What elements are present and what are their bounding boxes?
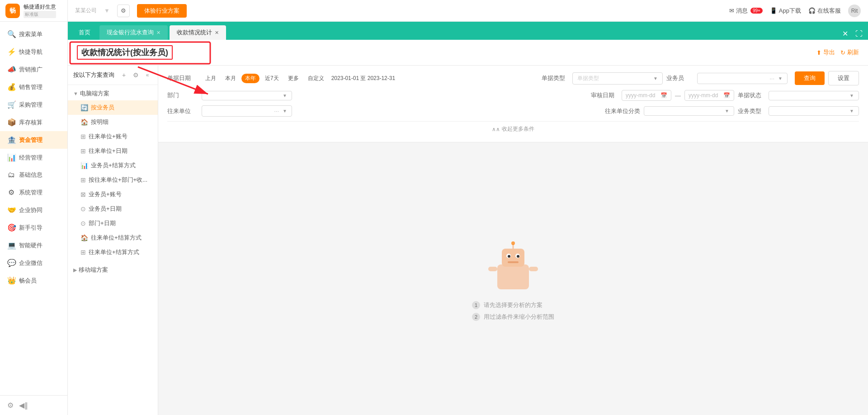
scheme-salesperson-settle[interactable]: 📊 业务员+结算方式 (68, 158, 158, 173)
unit-settle1-icon: 🏠 (80, 234, 88, 241)
scheme-unit-dept-collect[interactable]: ⊞ 按往来单位+部门+收... (68, 173, 158, 187)
salesperson-scheme-icon: 🔄 (80, 104, 88, 111)
sidebar-settings-btn[interactable]: ⚙ (7, 401, 14, 410)
service-icon: 🎧 (808, 7, 816, 14)
header-settings-btn[interactable]: ⚙ (117, 5, 130, 17)
top-header: 某某公司 ▼ ⚙ 体验行业方案 ✉ 消息 99+ 📱 App下载 🎧 在线客服 … (68, 0, 868, 22)
date-tab-last-month[interactable]: 上月 (202, 74, 220, 83)
doc-type-select[interactable]: 单据类型 ▼ (572, 72, 663, 85)
tab-close-bank-flow[interactable]: ✕ (156, 30, 160, 36)
sidebar-item-enterprise[interactable]: 🤝 企业协同 (0, 201, 67, 219)
sidebar-item-inventory[interactable]: 📦 库存核算 (0, 113, 67, 131)
svg-rect-9 (488, 267, 497, 271)
mobile-group-header[interactable]: ▶ 移动端方案 (68, 263, 158, 277)
date-tab-custom[interactable]: 自定义 (304, 74, 328, 83)
sidebar-item-smarthw[interactable]: 💻 智能硬件 (0, 236, 67, 254)
collapse-bar[interactable]: ∧∧ 收起更多条件 (167, 121, 859, 137)
scheme-by-detail[interactable]: 🏠 按明细 (68, 115, 158, 129)
export-btn[interactable]: ⬆ 导出 (816, 48, 835, 57)
svg-rect-6 (508, 261, 519, 263)
scheme-unit-settle1[interactable]: 🏠 往来单位+结算方式 (68, 231, 158, 245)
date-tab-more[interactable]: 更多 (284, 74, 302, 83)
calendar-icon-end: 📅 (723, 92, 730, 99)
app-download-icon: 📱 (770, 7, 777, 14)
calendar-icon-start: 📅 (660, 92, 667, 99)
scheme-unit-account[interactable]: ⊞ 往来单位+账号 (68, 129, 158, 144)
wechat-icon: 💬 (7, 259, 15, 267)
sidebar-footer: ⚙ ◀‖ (0, 395, 67, 415)
scheme-salesperson-account[interactable]: ⊠ 业务员+账号 (68, 187, 158, 202)
sidebar-item-vip[interactable]: 👑 畅会员 (0, 272, 67, 289)
refresh-icon: ↻ (840, 49, 845, 56)
scheme-unit-settle2[interactable]: ⊞ 往来单位+结算方式 (68, 245, 158, 259)
scheme-unit-date[interactable]: ⊞ 往来单位+日期 (68, 144, 158, 158)
sidebar-item-guide[interactable]: 🎯 新手引导 (0, 219, 67, 236)
unit-more-btn[interactable]: ··· (274, 108, 279, 114)
trial-btn[interactable]: 体验行业方案 (137, 4, 187, 18)
biz-type-select[interactable]: ▼ (769, 106, 859, 116)
sidebar-item-quicknav[interactable]: ⚡ 快捷导航 (0, 43, 67, 61)
sidebar-collapse-btn[interactable]: ◀‖ (19, 401, 28, 410)
empty-tips: 1 请先选择要分析的方案 2 用过滤条件来缩小分析范围 (472, 301, 554, 321)
sidebar-item-sales[interactable]: 💰 销售管理 (0, 78, 67, 96)
unit-select[interactable]: ··· ▼ (202, 105, 292, 117)
doc-status-select[interactable]: ▼ (769, 91, 859, 100)
sidebar-item-system[interactable]: ⚙ 系统管理 (0, 184, 67, 201)
sidebar-item-wechat[interactable]: 💬 企业微信 (0, 254, 67, 272)
filter-settings-btn[interactable]: 设置 (828, 71, 859, 85)
user-avatar[interactable]: Rit (848, 5, 861, 17)
salesperson-select[interactable]: ··· ▼ (697, 73, 788, 84)
refresh-btn[interactable]: ↻ 刷新 (840, 48, 859, 57)
unit-category-label: 往来单位分类 (605, 107, 640, 115)
sidebar-item-operations[interactable]: 📊 经营管理 (0, 149, 67, 166)
biz-type-label: 业务类型 (738, 107, 765, 115)
inventory-icon: 📦 (7, 118, 15, 127)
tab-maximize-btn[interactable]: ⛶ (854, 28, 864, 40)
salesperson-more-btn[interactable]: ··· (769, 75, 774, 82)
sidebar-item-search[interactable]: 🔍 搜索菜单 (0, 25, 67, 43)
dept-select[interactable]: ▼ (202, 91, 292, 100)
marketing-icon: 📣 (7, 65, 15, 74)
scheme-dept-date[interactable]: ⊙ 部门+日期 (68, 216, 158, 231)
vip-icon: 👑 (7, 276, 15, 285)
sidebar-item-finance[interactable]: 🏦 资金管理 (0, 131, 67, 149)
date-tab-this-year[interactable]: 本年 (241, 74, 259, 83)
page-header: 收款情况统计(按业务员) ⬆ 导出 ↻ 刷新 (68, 40, 868, 66)
scheme-salesperson-date[interactable]: ⊙ 业务员+日期 (68, 202, 158, 216)
biz-type-arrow: ▼ (849, 108, 854, 113)
review-date-start[interactable]: yyyy-mm-dd 📅 (622, 90, 671, 101)
svg-point-5 (517, 255, 519, 258)
tab-close-collection[interactable]: ✕ (215, 30, 219, 36)
tab-collection-stats[interactable]: 收款情况统计 ✕ (170, 25, 226, 40)
purchase-icon: 🛒 (7, 100, 15, 109)
sidebar-item-basic[interactable]: 🗂 基础信息 (0, 166, 67, 184)
date-separator: — (675, 92, 681, 99)
collapse-panel-btn[interactable]: « (142, 70, 152, 80)
date-tab-7days[interactable]: 近7天 (261, 74, 283, 83)
tab-close-all-btn[interactable]: ✕ (840, 28, 850, 40)
scheme-settings-btn[interactable]: ⚙ (131, 70, 141, 80)
unit-category-select[interactable]: ▼ (644, 106, 734, 116)
dept-date-icon: ⊙ (80, 220, 86, 227)
svg-rect-0 (497, 264, 529, 289)
enterprise-icon: 🤝 (7, 206, 15, 214)
doc-status-arrow: ▼ (849, 93, 854, 98)
unit-arrow: ▼ (283, 108, 287, 113)
tab-home[interactable]: 首页 (71, 25, 98, 40)
scheme-by-salesperson[interactable]: 🔄 按业务员 (68, 100, 158, 115)
tab-bank-flow[interactable]: 现金银行流水查询 ✕ (99, 25, 168, 40)
online-service-btn[interactable]: 🎧 在线客服 (808, 7, 841, 15)
desktop-group-header[interactable]: ▼ 电脑端方案 (68, 87, 158, 100)
empty-illustration (486, 240, 540, 294)
unit-settle2-icon: ⊞ (80, 249, 86, 256)
date-tab-this-month[interactable]: 本月 (222, 74, 240, 83)
left-panel: 按以下方案查询 + ⚙ « ▼ 电脑端方案 🔄 按业务员 🏠 (68, 66, 158, 415)
add-scheme-btn[interactable]: + (119, 70, 129, 80)
app-download-btn[interactable]: 📱 App下载 (770, 7, 801, 15)
sidebar-item-purchase[interactable]: 🛒 采购管理 (0, 96, 67, 113)
sidebar-item-marketing[interactable]: 📣 营销推广 (0, 61, 67, 78)
query-btn[interactable]: 查询 (795, 71, 825, 85)
unit-label: 往来单位 (167, 107, 194, 115)
review-date-end[interactable]: yyyy-mm-dd 📅 (684, 90, 734, 101)
message-btn[interactable]: ✉ 消息 99+ (729, 7, 763, 15)
